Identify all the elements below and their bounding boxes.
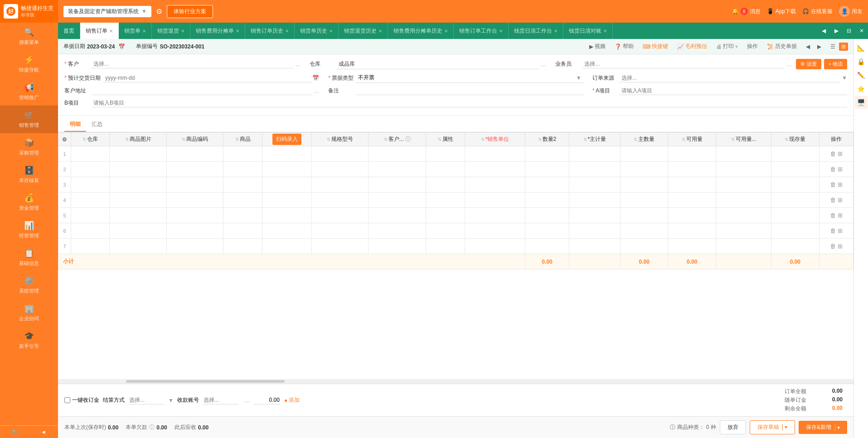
- row-main-quantity-cell[interactable]: [621, 177, 668, 193]
- row-available-more-cell[interactable]: [716, 208, 771, 223]
- row-quantity2-cell[interactable]: [525, 177, 569, 193]
- row-attributes-cell[interactable]: [426, 162, 465, 177]
- row-copy-btn[interactable]: ⊞: [838, 243, 843, 250]
- row-available-qty-cell[interactable]: [668, 239, 716, 254]
- one-click-checkbox-label[interactable]: 一键收订金: [64, 396, 99, 404]
- tab-close-sales-return-history[interactable]: ✕: [378, 29, 382, 34]
- row-main-unit-cell[interactable]: [569, 239, 620, 254]
- tab-close-cash-daily-account[interactable]: ✕: [603, 29, 607, 34]
- row-warehouse-cell[interactable]: [71, 239, 110, 254]
- right-panel-star-btn[interactable]: ⭐: [855, 82, 868, 95]
- row-sales-unit-cell[interactable]: [465, 239, 525, 254]
- row-spec-type-cell[interactable]: [311, 208, 369, 223]
- add-payment-btn[interactable]: ● 添加: [284, 396, 300, 404]
- right-panel-dimensions-btn[interactable]: 📐: [855, 42, 868, 54]
- row-main-unit-cell[interactable]: [569, 177, 620, 193]
- tab-home[interactable]: 首页: [58, 23, 80, 39]
- shortcut-btn[interactable]: ⌨ 快捷键: [640, 42, 671, 51]
- row-attributes-cell[interactable]: [426, 177, 465, 193]
- row-main-quantity-cell[interactable]: [621, 193, 668, 208]
- sidebar-item-operations[interactable]: 📊 经营管理: [0, 216, 58, 244]
- sidebar-item-corp[interactable]: 🏢 企业协同: [0, 299, 58, 327]
- calendar-icon[interactable]: 📅: [312, 75, 319, 81]
- view-btn[interactable]: ▶ 视频: [587, 42, 608, 51]
- row-delete-btn[interactable]: 🗑: [830, 243, 836, 250]
- row-sales-unit-cell[interactable]: [465, 162, 525, 177]
- row-customer-code-cell[interactable]: [369, 146, 426, 162]
- row-stock-qty-cell[interactable]: [771, 177, 819, 193]
- tab-close-sales-return[interactable]: ✕: [181, 29, 184, 34]
- a-project-input[interactable]: [620, 87, 847, 95]
- app-download-link[interactable]: 📱 App下载: [767, 8, 796, 15]
- sidebar-item-quick-nav[interactable]: ⚡ 快捷导航: [0, 50, 58, 78]
- row-warehouse-cell[interactable]: [71, 208, 110, 223]
- row-warehouse-cell[interactable]: [71, 177, 110, 193]
- save-draft-btn[interactable]: 保存草稿 ▾: [750, 420, 795, 434]
- print-btn[interactable]: 🖨 打印 ▾: [713, 42, 741, 51]
- row-customer-code-cell[interactable]: [369, 177, 426, 193]
- row-available-more-cell[interactable]: [716, 146, 771, 162]
- row-available-more-cell[interactable]: [716, 162, 771, 177]
- row-quantity2-cell[interactable]: [525, 208, 569, 223]
- row-stock-qty-cell[interactable]: [771, 239, 819, 254]
- tabs-nav-close-all[interactable]: ✕: [855, 23, 868, 39]
- tab-close-sales-expense-history[interactable]: ✕: [444, 29, 448, 34]
- row-product-cell[interactable]: [223, 146, 262, 162]
- row-delete-btn[interactable]: 🗑: [830, 150, 836, 157]
- row-copy-btn[interactable]: ⊞: [838, 197, 843, 203]
- row-product-cell[interactable]: [223, 223, 262, 239]
- row-product-code-cell[interactable]: [166, 193, 223, 208]
- tab-close-sales-order-workbench[interactable]: ✕: [499, 29, 503, 34]
- profit-btn[interactable]: 📈 毛利预估: [674, 42, 710, 51]
- row-product-cell[interactable]: [223, 239, 262, 254]
- row-stock-qty-cell[interactable]: [771, 208, 819, 223]
- row-copy-btn[interactable]: ⊞: [838, 227, 843, 234]
- row-available-more-cell[interactable]: [716, 177, 771, 193]
- date-calendar-icon[interactable]: 📅: [118, 43, 125, 50]
- warehouse-more-btn[interactable]: …: [541, 61, 546, 67]
- row-available-qty-cell[interactable]: [668, 193, 716, 208]
- row-copy-btn[interactable]: ⊞: [838, 166, 843, 173]
- col-settings[interactable]: ⚙: [58, 133, 71, 146]
- customer-input[interactable]: [92, 60, 293, 68]
- customer-address-more-btn[interactable]: …: [314, 88, 319, 94]
- tabs-nav-left[interactable]: ◀: [817, 23, 830, 39]
- row-product-cell[interactable]: [223, 162, 262, 177]
- row-main-quantity-cell[interactable]: [621, 162, 668, 177]
- row-available-qty-cell[interactable]: [668, 177, 716, 193]
- row-stock-qty-cell[interactable]: [771, 146, 819, 162]
- row-sales-unit-cell[interactable]: [465, 146, 525, 162]
- toolbar-card-view-btn[interactable]: ⊞: [839, 43, 848, 51]
- row-available-qty-cell[interactable]: [668, 208, 716, 223]
- settings-btn[interactable]: ⚙ 设置: [796, 59, 821, 69]
- row-main-quantity-cell[interactable]: [621, 208, 668, 223]
- row-stock-qty-cell[interactable]: [771, 223, 819, 239]
- tab-sales-expense-history[interactable]: 销售费用分摊单历史 ✕: [388, 23, 454, 39]
- sidebar-collapse-btn[interactable]: ◀: [29, 426, 58, 438]
- tab-sales-return[interactable]: 销货退货 ✕: [152, 23, 190, 39]
- invoice-type-select[interactable]: 不开票 ▼: [356, 73, 583, 83]
- row-main-unit-cell[interactable]: [569, 208, 620, 223]
- row-stock-qty-cell[interactable]: [771, 162, 819, 177]
- row-quantity2-cell[interactable]: [525, 239, 569, 254]
- tab-close-cash-daily-workbench[interactable]: ✕: [554, 29, 558, 34]
- delivery-date-input[interactable]: [103, 74, 312, 82]
- sidebar-item-inventory[interactable]: 🗄️ 库存核算: [0, 161, 58, 188]
- row-warehouse-cell[interactable]: [71, 223, 110, 239]
- toolbar-list-view-btn[interactable]: ☰: [828, 43, 838, 51]
- row-product-code-cell[interactable]: [166, 146, 223, 162]
- tab-close-sales-order-history[interactable]: ✕: [285, 29, 289, 34]
- receipt-account-select[interactable]: [203, 396, 239, 404]
- row-product-code-cell[interactable]: [166, 162, 223, 177]
- row-available-more-cell[interactable]: [716, 239, 771, 254]
- payment-method-select[interactable]: [128, 396, 165, 404]
- add-goods-btn[interactable]: + 物流: [824, 59, 847, 69]
- remark-input[interactable]: [355, 87, 583, 95]
- row-main-quantity-cell[interactable]: [621, 146, 668, 162]
- row-available-more-cell[interactable]: [716, 223, 771, 239]
- tab-sales-return-history[interactable]: 销货退货历史 ✕: [339, 23, 388, 39]
- row-attributes-cell[interactable]: [426, 208, 465, 223]
- scan-input-btn[interactable]: 扫码录入: [272, 134, 301, 145]
- row-customer-code-cell[interactable]: [369, 193, 426, 208]
- row-main-unit-cell[interactable]: [569, 162, 620, 177]
